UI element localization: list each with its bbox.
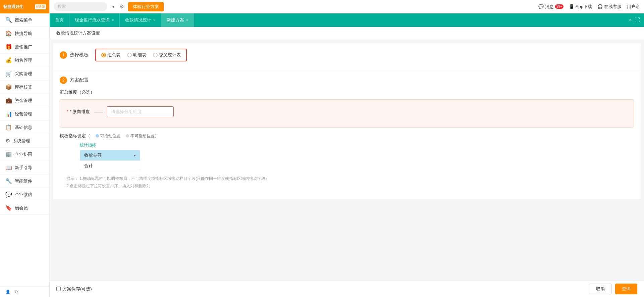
template-options-box: 汇总表 明细表 交叉统计表 [95,49,187,61]
tab-home[interactable]: 首页 [50,13,69,27]
sidebar-item-wechat[interactable]: 💬 企业微信 [0,188,49,201]
user-avatar[interactable]: 👤 [5,290,10,294]
logo-main-text: 畅捷通好生 [3,4,23,9]
sidebar-item-label: 畅会员 [15,205,28,211]
drag-movable-label: 可拖动位置 [100,133,120,139]
settings-gear-icon[interactable]: ⚙ [119,3,124,10]
step2-indicator: 2 方案配置 [60,77,634,84]
metrics-table: 收款金额 ▾ 合计 [80,150,140,171]
tab-new-plan-close-icon[interactable]: × [186,18,189,22]
sidebar-item-marketing[interactable]: 🎁 营销推广 [0,40,49,54]
headset-icon: 🎧 [597,4,603,9]
page-title: 收款情况统计方案设置 [56,31,100,36]
save-option-label[interactable]: 方案保存(可选) [56,286,92,292]
radio-summary[interactable]: 汇总表 [101,52,120,58]
tab-collection-stat-label: 收款情况统计 [125,17,151,23]
step1-number: 1 [60,51,67,59]
sidebar-item-operations[interactable]: 📊 经营管理 [0,107,49,121]
search-placeholder-text: 搜索 [58,4,66,9]
drag-fixed-dot [126,134,129,138]
tab-expand-icon[interactable]: ⛶ [635,17,640,23]
tab-cashflow-close-icon[interactable]: × [112,18,114,22]
sidebar-item-label: 智能硬件 [15,178,32,184]
tab-close-all-icon[interactable]: × [629,17,632,23]
metrics-column-group-label: 统计指标 [80,142,634,148]
user-name-item[interactable]: 用户名 [627,4,640,10]
radio-detail-circle [127,53,132,57]
sidebar-item-label: 经营管理 [15,111,32,117]
sidebar-item-sales[interactable]: 💰 销售管理 [0,54,49,67]
book-icon: 📖 [5,164,12,171]
home-icon: 🏠 [5,30,12,37]
footer-bar: 方案保存(可选) 取消 查询 [50,280,644,297]
radio-detail[interactable]: 明细表 [127,52,146,58]
message-icon: 💬 [538,4,544,9]
search-dropdown-icon[interactable]: ▼ [111,4,115,9]
sidebar-bottom: 👤 ⚙ [0,287,49,297]
metrics-table-data-row: 合计 [80,161,140,171]
box-icon: 📦 [5,84,12,90]
tab-collection-stat[interactable]: 收款情况统计 × [120,13,161,27]
user-name-text: 用户名 [627,4,640,10]
step2-number: 2 [60,77,67,84]
sidebar-item-label: 快捷导航 [15,31,32,37]
step2-label: 方案配置 [70,77,89,83]
sidebar-item-quick-nav[interactable]: 🏠 快捷导航 [0,27,49,40]
sidebar-item-purchase[interactable]: 🛒 采购管理 [0,67,49,81]
tips-area: 提示： 1.拖动标题栏可以调整布局，不可跨维度或指标区域拖动栏目字段(只能在同一… [60,171,634,194]
member-icon: 🔖 [5,205,12,211]
industry-plan-button[interactable]: 体验行业方案 [128,2,164,11]
drag-fixed-indicator: 不可拖动位置） [126,133,159,139]
main-area: 搜索 ▼ ⚙ 体验行业方案 💬 消息 99+ 📱 App下载 🎧 在线客服 用户… [50,0,644,297]
drag-fixed-label: 不可拖动位置） [130,133,159,139]
logo-badge: 标准版 [35,4,46,9]
tab-new-plan[interactable]: 新建方案 × [161,13,194,27]
building-icon: 🏢 [5,151,12,157]
step1-indicator: 1 选择模板 汇总表 明细表 交叉统计表 [60,49,634,61]
tip-2: 2.点击标题栏下拉可设置排序、插入列和删除列 [66,183,627,190]
tip-1: 提示： 1.拖动标题栏可以调整布局，不可跨维度或指标区域拖动栏目字段(只能在同一… [66,175,627,183]
metrics-table-header-row[interactable]: 收款金额 ▾ [80,150,140,161]
dimension-placeholder-text: 请选择分组维度 [111,109,142,114]
sidebar-item-label: 系统管理 [13,138,30,144]
search-box: 搜索 [54,2,107,11]
radio-summary-label: 汇总表 [107,52,120,58]
cart-icon: 🛒 [5,70,12,77]
sidebar-item-finance[interactable]: 💼 资金管理 [0,94,49,107]
metrics-title-text: 模板指标设定（ [60,133,90,139]
sidebar-item-hardware[interactable]: 🔧 智能硬件 [0,175,49,188]
metrics-table-container: 统计指标 收款金额 ▾ 合计 [60,142,634,171]
arrow-icon: —— [94,109,103,114]
tab-home-label: 首页 [55,17,64,23]
sidebar-item-label: 新手引导 [15,165,32,171]
radio-cross[interactable]: 交叉统计表 [153,52,181,58]
sidebar-item-inventory[interactable]: 📦 库存核算 [0,81,49,94]
notification-item[interactable]: 💬 消息 99+ [538,4,564,10]
notification-badge: 99+ [555,4,564,9]
chart-icon: 📊 [5,111,12,117]
dimension-select-input[interactable]: 请选择分组维度 [107,106,174,117]
sidebar: 畅捷通好生 标准版 🔍 搜索菜单 🏠 快捷导航 🎁 营销推广 💰 销售管理 🛒 … [0,0,50,297]
page-header: 收款情况统计方案设置 [50,27,644,40]
support-item[interactable]: 🎧 在线客服 [597,4,622,10]
sidebar-item-corp[interactable]: 🏢 企业协同 [0,148,49,161]
cancel-button[interactable]: 取消 [589,284,612,294]
metrics-header: 模板指标设定（ 可拖动位置 不可拖动位置） [60,133,634,139]
settings-bottom-icon[interactable]: ⚙ [14,290,18,294]
support-label: 在线客服 [604,4,622,10]
sidebar-item-system[interactable]: ⚙ 系统管理 [0,134,49,148]
sidebar-item-member[interactable]: 🔖 畅会员 [0,201,49,215]
sidebar-item-guide[interactable]: 📖 新手引导 [0,161,49,175]
sidebar-item-search-menu[interactable]: 🔍 搜索菜单 [0,13,49,27]
query-button[interactable]: 查询 [615,284,637,294]
save-checkbox[interactable] [56,287,61,291]
tab-cashflow[interactable]: 现金银行流水查询 × [69,13,120,27]
tab-collection-stat-close-icon[interactable]: × [153,18,156,22]
sidebar-item-basic-info[interactable]: 📋 基础信息 [0,121,49,134]
metrics-column-header-text: 收款金额 [84,152,102,158]
metrics-chevron-icon[interactable]: ▾ [134,153,136,158]
download-item[interactable]: 📱 App下载 [569,4,592,10]
content-area: 收款情况统计方案设置 1 选择模板 汇总表 明细表 [50,27,644,297]
dimension-area: * * 纵向维度 —— 请选择分组维度 [60,99,634,128]
download-icon: 📱 [569,4,574,9]
